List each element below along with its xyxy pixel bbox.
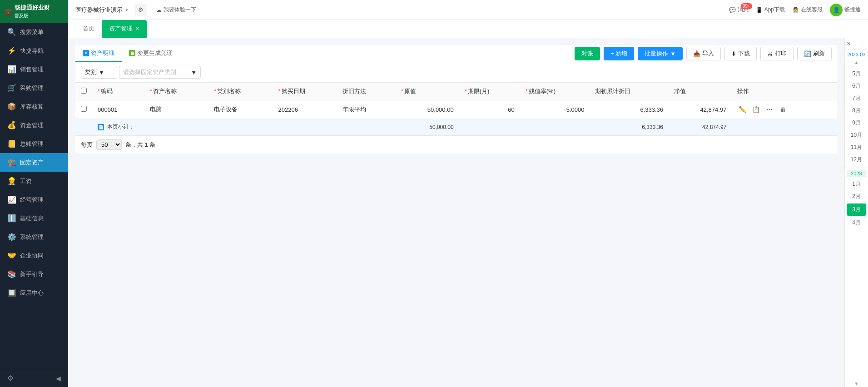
timeline-month-9[interactable]: 9月 bbox=[845, 117, 868, 129]
per-page-select[interactable]: 50 100 200 bbox=[96, 139, 122, 150]
print-icon: 🖨 bbox=[767, 50, 773, 57]
col-checkbox bbox=[75, 83, 92, 100]
service-label: 在线客服 bbox=[801, 6, 823, 14]
settings-footer-icon[interactable]: ⚙ bbox=[7, 374, 14, 382]
panel-expand-btn[interactable]: ⛶ bbox=[861, 41, 866, 47]
category-select-arrow: ▼ bbox=[99, 69, 104, 76]
sidebar-item-funds[interactable]: 💰 资金管理 bbox=[0, 116, 68, 134]
timeline-month-5[interactable]: 5月 bbox=[845, 68, 868, 80]
sidebar-item-app-center[interactable]: 🔲 应用中心 bbox=[0, 283, 68, 302]
export-btn[interactable]: 📥 导入 bbox=[686, 47, 721, 60]
user-menu[interactable]: 👤 畅捷通 bbox=[830, 4, 861, 16]
sidebar-item-sales[interactable]: 📊 销售管理 bbox=[0, 60, 68, 79]
row-depreciation-method: 年限平均 bbox=[337, 100, 396, 119]
tab-asset-mgmt-label: 资产管理 bbox=[109, 25, 133, 33]
select-all-checkbox[interactable] bbox=[81, 88, 87, 94]
refresh-btn[interactable]: 🔄 刷新 bbox=[797, 47, 832, 60]
asset-detail-tab-icon: ≡ bbox=[83, 50, 89, 56]
row-code: 000001 bbox=[92, 100, 144, 119]
sidebar-item-payroll[interactable]: 👷 工资 bbox=[0, 172, 68, 190]
timeline-month-2[interactable]: 2月 bbox=[845, 190, 868, 203]
batch-btn[interactable]: 批量操作 ▼ bbox=[638, 47, 683, 60]
timeline-month-10[interactable]: 10月 bbox=[845, 129, 868, 141]
company-selector[interactable]: 医疗器械行业演示 ▼ bbox=[75, 6, 129, 14]
service-icon: 👩‍💼 bbox=[792, 7, 799, 13]
app-edition: 普及版 bbox=[15, 13, 50, 19]
download-btn[interactable]: ⬇ 下载 bbox=[724, 47, 757, 60]
batch-btn-label: 批量操作 bbox=[645, 50, 668, 58]
edit-btn[interactable]: ✏️ bbox=[737, 104, 747, 114]
sidebar-item-ledger[interactable]: 📒 总账管理 bbox=[0, 134, 68, 153]
sidebar-item-inventory[interactable]: 📦 库存核算 bbox=[0, 97, 68, 116]
copy-btn[interactable]: 📋 bbox=[751, 104, 761, 114]
timeline-scroll-down[interactable]: ▼ bbox=[854, 381, 859, 386]
sidebar-item-cooperation[interactable]: 🤝 企业协同 bbox=[0, 246, 68, 265]
delete-btn[interactable]: 🗑 bbox=[778, 104, 788, 114]
batch-dropdown-icon: ▼ bbox=[670, 50, 676, 57]
col-accumulated-depreciation: 期初累计折旧 bbox=[590, 83, 669, 100]
row-residual-rate: 5.0000 bbox=[520, 100, 590, 119]
topbar-settings-btn[interactable]: ⚙ bbox=[134, 4, 147, 16]
collapse-btn[interactable]: ◀ bbox=[56, 375, 61, 382]
payroll-icon: 👷 bbox=[7, 177, 16, 185]
topbar-right: 💬 消息 99+ 📱 App下载 👩‍💼 在线客服 👤 畅捷通 bbox=[729, 4, 861, 16]
timeline-month-7[interactable]: 7月 bbox=[845, 92, 868, 104]
sidebar-item-system[interactable]: ⚙️ 系统管理 bbox=[0, 228, 68, 246]
timeline-month-3-current[interactable]: 3月 bbox=[847, 203, 866, 216]
sidebar-item-operations[interactable]: 📈 经营管理 bbox=[0, 190, 68, 209]
sidebar-label-cooperation: 企业协同 bbox=[20, 252, 44, 260]
timeline-year-divider bbox=[845, 168, 868, 168]
tab-home[interactable]: 首页 bbox=[75, 20, 102, 38]
print-btn[interactable]: 🖨 打印 bbox=[760, 47, 794, 60]
download-icon: ⬇ bbox=[731, 50, 736, 57]
sidebar-label-ledger: 总账管理 bbox=[20, 140, 44, 148]
timeline-year-2023: 2023 bbox=[847, 170, 866, 177]
app-logo: 💼 畅捷通好业财 普及版 bbox=[0, 0, 68, 23]
service-btn[interactable]: 👩‍💼 在线客服 bbox=[792, 6, 823, 14]
sidebar-item-purchase[interactable]: 🛒 采购管理 bbox=[0, 79, 68, 97]
funds-icon: 💰 bbox=[7, 121, 16, 129]
ledger-icon: 📒 bbox=[7, 139, 16, 148]
main-area: 医疗器械行业演示 ▼ ⚙ ☁ 我要体验一下 💬 消息 99+ 📱 App下载 👩… bbox=[68, 0, 868, 387]
assets-table: *编码 *资产名称 *类别名称 *购买日期 折旧方法 *原值 *期限(月) *残… bbox=[75, 83, 837, 135]
category-value-select[interactable]: 请选择固定资产类别 ▼ bbox=[119, 66, 201, 79]
sidebar-item-quicknav[interactable]: ⚡ 快捷导航 bbox=[0, 41, 68, 60]
timeline-month-1[interactable]: 1月 bbox=[845, 178, 868, 190]
content-area: ≡ 资产明细 📋 变更生成凭证 对账 + 新增 批量操作 ▼ 📥 bbox=[68, 38, 868, 387]
subtotal-row: 📄 本页小计： 50,000.00 6,333.36 42,874.97 bbox=[75, 119, 837, 135]
row-period: 60 bbox=[459, 100, 520, 119]
message-btn[interactable]: 💬 消息 99+ bbox=[729, 6, 749, 14]
new-btn[interactable]: + 新增 bbox=[604, 47, 634, 60]
sidebar-item-basic-info[interactable]: ℹ️ 基础信息 bbox=[0, 209, 68, 228]
timeline-month-11[interactable]: 11月 bbox=[845, 141, 868, 154]
timeline-month-6[interactable]: 6月 bbox=[845, 80, 868, 92]
col-purchase-date: *购买日期 bbox=[273, 83, 337, 100]
sub-tab-change-voucher[interactable]: 📋 变更生成凭证 bbox=[122, 45, 180, 62]
timeline-month-4[interactable]: 4月 bbox=[845, 217, 868, 229]
sub-tab-asset-detail[interactable]: ≡ 资产明细 bbox=[75, 45, 122, 62]
sidebar-item-guide[interactable]: 📚 新手引导 bbox=[0, 265, 68, 283]
tab-asset-mgmt-close[interactable]: ✕ bbox=[135, 25, 139, 31]
timeline-month-8[interactable]: 8月 bbox=[845, 104, 868, 117]
app-download-btn[interactable]: 📱 App下载 bbox=[756, 6, 785, 14]
change-voucher-tab-icon: 📋 bbox=[129, 50, 135, 56]
sidebar-label-payroll: 工资 bbox=[20, 177, 32, 185]
sidebar-item-fixed-assets[interactable]: 🏗️ 固定资产 bbox=[0, 153, 68, 172]
row-checkbox[interactable] bbox=[81, 106, 87, 112]
subtotal-net-value: 42,874.97 bbox=[669, 119, 732, 135]
sidebar-item-search[interactable]: 🔍 搜索菜单 bbox=[0, 23, 68, 41]
row-net-value: 42,874.97 bbox=[669, 100, 732, 119]
tab-asset-mgmt[interactable]: 资产管理 ✕ bbox=[102, 20, 147, 38]
more-btn[interactable]: ⋯ bbox=[764, 104, 774, 114]
username: 畅捷通 bbox=[844, 6, 861, 14]
account-btn[interactable]: 对账 bbox=[575, 47, 600, 60]
action-btns: ✏️ 📋 ⋯ 🗑 bbox=[737, 104, 832, 114]
company-name: 医疗器械行业演示 bbox=[75, 6, 123, 14]
category-type-select[interactable]: 类别 ▼ bbox=[81, 66, 117, 79]
per-page-label: 每页 bbox=[81, 141, 93, 149]
panel-close-btn[interactable]: ✕ bbox=[847, 41, 851, 47]
guide-icon: 📚 bbox=[7, 270, 16, 278]
timeline-month-12[interactable]: 12月 bbox=[845, 154, 868, 166]
experience-btn[interactable]: ☁ 我要体验一下 bbox=[156, 6, 196, 14]
timeline-scroll-up[interactable]: ▲ bbox=[854, 60, 859, 65]
